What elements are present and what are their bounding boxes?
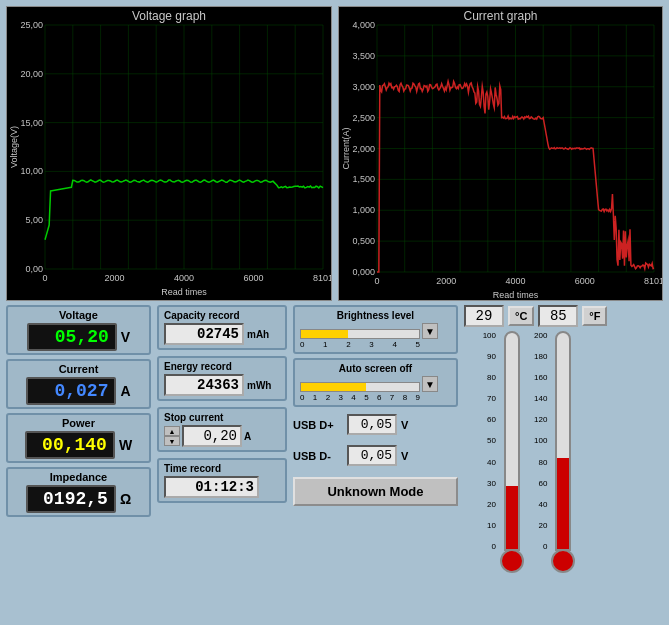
unknown-mode-button[interactable]: Unknown Mode [293, 477, 458, 506]
time-label: Time record [164, 463, 280, 474]
usb-dm-unit: V [401, 450, 408, 462]
capacity-block: Capacity record mAh [157, 305, 287, 350]
stop-current-input[interactable] [182, 425, 242, 447]
voltage-label: Voltage [59, 309, 98, 321]
power-block: Power 00,140 W [6, 413, 151, 463]
celsius-input[interactable] [464, 305, 504, 327]
stop-current-spinners: ▲ ▼ [164, 426, 180, 446]
auto-screen-off-ticks: 0123456789 [300, 393, 420, 402]
energy-row: mWh [164, 374, 280, 396]
current-label: Current [59, 363, 99, 375]
time-input[interactable] [164, 476, 259, 498]
power-display: 00,140 [25, 431, 115, 459]
auto-screen-off-slider-row: ▼ [300, 376, 451, 392]
power-unit: W [119, 437, 132, 453]
energy-block: Energy record mWh [157, 356, 287, 401]
stop-current-block: Stop current ▲ ▼ A [157, 407, 287, 452]
thermo-top-row: °C °F [464, 305, 594, 327]
capacity-row: mAh [164, 323, 280, 345]
current-unit: A [120, 383, 130, 399]
fahrenheit-tube [555, 331, 571, 551]
records-panel: Capacity record mAh Energy record mWh St… [157, 305, 287, 619]
controls-row: Voltage 05,20 V Current 0,027 A Power 00… [6, 305, 663, 619]
usb-dp-unit: V [401, 419, 408, 431]
stop-current-label: Stop current [164, 412, 280, 423]
celsius-tube-wrapper [500, 331, 524, 573]
current-block: Current 0,027 A [6, 359, 151, 409]
settings-panel: Brightness level ▼ 012345 Auto screen of… [293, 305, 458, 619]
graphs-row: Voltage graph Current graph [6, 6, 663, 301]
voltage-unit: V [121, 329, 130, 345]
energy-label: Energy record [164, 361, 280, 372]
power-row: 00,140 W [25, 431, 132, 459]
celsius-bulb [500, 549, 524, 573]
current-graph-canvas [339, 7, 662, 300]
usb-dp-input[interactable] [347, 414, 397, 435]
stop-current-unit: A [244, 431, 251, 442]
fahrenheit-thermo-wrapper: 200 180 160 140 120 100 80 60 40 20 0 [534, 331, 575, 619]
voltage-graph-title: Voltage graph [7, 9, 331, 23]
impedance-block: Impedance 0192,5 Ω [6, 467, 151, 517]
usb-dp-label: USB D+ [293, 419, 343, 431]
celsius-fill [506, 486, 518, 549]
auto-screen-off-label: Auto screen off [300, 363, 451, 374]
capacity-label: Capacity record [164, 310, 280, 321]
fahrenheit-scale: 200 180 160 140 120 100 80 60 40 20 0 [534, 331, 549, 551]
voltage-block: Voltage 05,20 V [6, 305, 151, 355]
fahrenheit-unit-button[interactable]: °F [582, 306, 607, 326]
fahrenheit-input[interactable] [538, 305, 578, 327]
stop-current-row: ▲ ▼ A [164, 425, 280, 447]
stop-current-up[interactable]: ▲ [164, 426, 180, 436]
measurements-panel: Voltage 05,20 V Current 0,027 A Power 00… [6, 305, 151, 619]
fahrenheit-fill [557, 458, 569, 549]
celsius-tube [504, 331, 520, 551]
impedance-row: 0192,5 Ω [26, 485, 131, 513]
brightness-fill [301, 330, 348, 338]
fahrenheit-bulb [551, 549, 575, 573]
voltage-row: 05,20 V [27, 323, 130, 351]
voltage-display: 05,20 [27, 323, 117, 351]
auto-screen-off-fill [301, 383, 366, 391]
brightness-label: Brightness level [300, 310, 451, 321]
current-graph-container: Current graph [338, 6, 663, 301]
usb-dm-input[interactable] [347, 445, 397, 466]
thermometer-panel: °C °F 100 90 80 70 60 50 [464, 305, 594, 619]
impedance-label: Impedance [50, 471, 107, 483]
auto-screen-off-track[interactable] [300, 382, 420, 392]
auto-screen-off-block: Auto screen off ▼ 0123456789 [293, 358, 458, 407]
voltage-graph-canvas [7, 7, 331, 297]
impedance-display: 0192,5 [26, 485, 116, 513]
brightness-dropdown[interactable]: ▼ [422, 323, 438, 339]
brightness-block: Brightness level ▼ 012345 [293, 305, 458, 354]
time-block: Time record [157, 458, 287, 503]
capacity-unit: mAh [247, 329, 269, 340]
usb-dm-row: USB D- V [293, 442, 458, 469]
time-row [164, 476, 280, 498]
fahrenheit-tube-wrapper [551, 331, 575, 573]
voltage-graph-container: Voltage graph [6, 6, 332, 301]
brightness-track[interactable] [300, 329, 420, 339]
power-label: Power [62, 417, 95, 429]
current-display: 0,027 [26, 377, 116, 405]
energy-unit: mWh [247, 380, 271, 391]
current-graph-title: Current graph [339, 9, 662, 23]
brightness-slider-row: ▼ [300, 323, 451, 339]
capacity-input[interactable] [164, 323, 244, 345]
auto-screen-off-dropdown[interactable]: ▼ [422, 376, 438, 392]
main-container: Voltage graph Current graph Voltage 05,2… [0, 0, 669, 625]
celsius-unit-button[interactable]: °C [508, 306, 534, 326]
celsius-scale: 100 90 80 70 60 50 40 30 20 10 0 [483, 331, 498, 551]
current-row: 0,027 A [26, 377, 130, 405]
stop-current-down[interactable]: ▼ [164, 436, 180, 446]
celsius-thermo-wrapper: 100 90 80 70 60 50 40 30 20 10 0 [483, 331, 524, 619]
brightness-ticks: 012345 [300, 340, 420, 349]
usb-dp-row: USB D+ V [293, 411, 458, 438]
usb-dm-label: USB D- [293, 450, 343, 462]
thermometers-row: 100 90 80 70 60 50 40 30 20 10 0 [464, 331, 594, 619]
impedance-unit: Ω [120, 491, 131, 507]
energy-input[interactable] [164, 374, 244, 396]
